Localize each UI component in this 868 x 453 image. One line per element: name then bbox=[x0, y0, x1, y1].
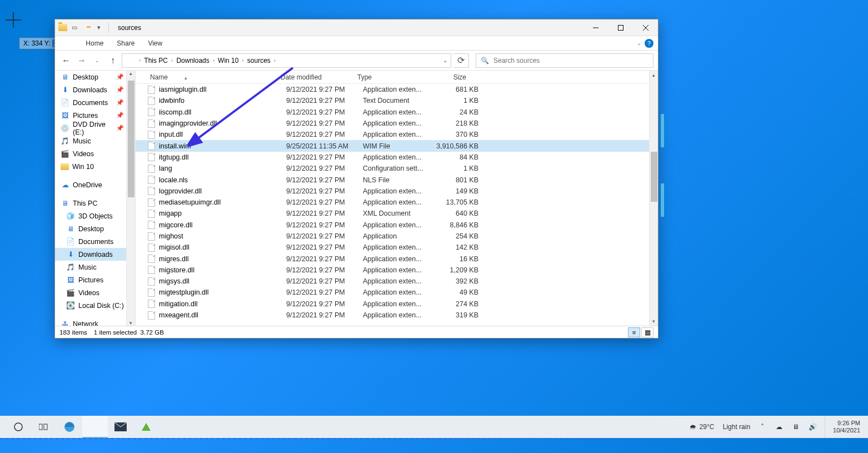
file-size: 142 KB bbox=[428, 243, 478, 251]
close-button[interactable] bbox=[633, 19, 658, 36]
file-date: 9/12/2021 9:27 PM bbox=[286, 165, 363, 172]
maximize-button[interactable] bbox=[608, 19, 633, 36]
nav-this-pc[interactable]: 🖥This PC bbox=[55, 197, 135, 210]
nav-pc-item[interactable]: ⬇Downloads bbox=[55, 248, 135, 261]
nav-quick-item[interactable]: 🎵Music bbox=[55, 135, 135, 147]
file-date: 9/12/2021 9:27 PM bbox=[286, 311, 363, 319]
status-selection: 1 item selected 3.72 GB bbox=[94, 329, 164, 336]
breadcrumb-item[interactable]: Downloads bbox=[175, 57, 210, 64]
folder-icon bbox=[58, 24, 67, 31]
file-icon bbox=[147, 142, 156, 151]
file-row[interactable]: itgtupg.dll 9/12/2021 9:27 PM Applicatio… bbox=[136, 152, 658, 163]
navigation-pane: 🖥Desktop📌⬇Downloads📌📄Documents📌🖼Pictures… bbox=[55, 71, 136, 326]
file-row[interactable]: iiscomp.dll 9/12/2021 9:27 PM Applicatio… bbox=[136, 107, 658, 118]
file-row[interactable]: migapp 9/12/2021 9:27 PM XML Document 64… bbox=[136, 208, 658, 219]
nav-pc-item[interactable]: 🎬Videos bbox=[55, 286, 135, 299]
file-row[interactable]: migsys.dll 9/12/2021 9:27 PM Application… bbox=[136, 276, 658, 287]
recent-locations-button[interactable]: ⌄ bbox=[91, 54, 104, 67]
nav-pc-item[interactable]: 🖥Desktop bbox=[55, 222, 135, 235]
taskbar-clock[interactable]: 9:26 PM10/4/2021 bbox=[833, 420, 862, 434]
titlebar[interactable]: ▭ ▾ sources bbox=[55, 19, 658, 36]
file-icon bbox=[147, 164, 156, 173]
nav-pc-item[interactable]: 🧊3D Objects bbox=[55, 210, 135, 222]
nav-quick-item[interactable]: 🖥Desktop📌 bbox=[55, 71, 135, 83]
file-name: mighost bbox=[159, 232, 286, 240]
file-row[interactable]: lang 9/12/2021 9:27 PM Configuration set… bbox=[136, 163, 658, 174]
file-row[interactable]: install.wim 9/25/2021 11:35 AM WIM File … bbox=[136, 140, 658, 151]
file-row[interactable]: mighost 9/12/2021 9:27 PM Application 25… bbox=[136, 231, 658, 242]
taskbar-explorer[interactable] bbox=[82, 416, 108, 438]
tray-overflow-icon[interactable]: ˄ bbox=[758, 422, 767, 431]
breadcrumb-item[interactable]: sources bbox=[246, 57, 272, 64]
file-row[interactable]: mediasetupuimgr.dll 9/12/2021 9:27 PM Ap… bbox=[136, 197, 658, 208]
tab-home[interactable]: Home bbox=[79, 36, 110, 50]
qat-properties-icon[interactable]: ▭ bbox=[69, 24, 79, 31]
nav-quick-item[interactable]: 📄Documents📌 bbox=[55, 96, 135, 109]
nav-pc-item[interactable]: 🖼Pictures bbox=[55, 273, 135, 286]
navpane-scrollbar[interactable]: ▴▾ bbox=[126, 71, 135, 326]
file-row[interactable]: migres.dll 9/12/2021 9:27 PM Application… bbox=[136, 253, 658, 264]
tab-share[interactable]: Share bbox=[110, 36, 141, 50]
tray-network-icon[interactable]: 🖥 bbox=[791, 422, 800, 431]
nav-quick-item[interactable]: ⬇Downloads📌 bbox=[55, 83, 135, 96]
file-icon bbox=[147, 288, 156, 297]
refresh-button[interactable]: ⟳ bbox=[453, 53, 469, 68]
taskbar-mail[interactable] bbox=[108, 416, 133, 438]
tab-view[interactable]: View bbox=[141, 36, 169, 50]
breadcrumb-item[interactable]: Win 10 bbox=[217, 57, 240, 64]
nav-pc-item[interactable]: 🎵Music bbox=[55, 261, 135, 273]
tray-onedrive-icon[interactable]: ☁ bbox=[775, 422, 784, 431]
nav-pc-item[interactable]: 💽Local Disk (C:) bbox=[55, 299, 135, 312]
file-date: 9/12/2021 9:27 PM bbox=[286, 120, 363, 127]
view-large-icons-button[interactable]: ▦ bbox=[641, 327, 654, 337]
search-box[interactable]: 🔍 bbox=[476, 53, 654, 68]
file-row[interactable]: logprovider.dll 9/12/2021 9:27 PM Applic… bbox=[136, 186, 658, 197]
file-row[interactable]: mitigation.dll 9/12/2021 9:27 PM Applica… bbox=[136, 298, 658, 310]
taskbar-app[interactable] bbox=[133, 416, 159, 438]
view-details-button[interactable]: ≡ bbox=[628, 327, 640, 337]
file-row[interactable]: mxeagent.dll 9/12/2021 9:27 PM Applicati… bbox=[136, 310, 658, 321]
file-row[interactable]: idwbinfo 9/12/2021 9:27 PM Text Document… bbox=[136, 95, 658, 106]
nav-onedrive[interactable]: ☁OneDrive bbox=[55, 178, 135, 191]
file-date: 9/12/2021 9:27 PM bbox=[286, 221, 363, 229]
file-size: 254 KB bbox=[428, 232, 478, 240]
file-row[interactable]: migisol.dll 9/12/2021 9:27 PM Applicatio… bbox=[136, 242, 658, 253]
ribbon-collapse-icon[interactable]: ⌄ bbox=[637, 40, 641, 46]
file-row[interactable]: imagingprovider.dll 9/12/2021 9:27 PM Ap… bbox=[136, 118, 658, 129]
nav-network[interactable]: 🖧Network bbox=[55, 317, 135, 326]
breadcrumb-item[interactable]: This PC bbox=[143, 57, 169, 64]
file-row[interactable]: migtestplugin.dll 9/12/2021 9:27 PM Appl… bbox=[136, 287, 658, 298]
nav-pc-item[interactable]: 📄Documents bbox=[55, 235, 135, 248]
start-button[interactable] bbox=[6, 416, 31, 438]
file-icon bbox=[147, 119, 156, 128]
file-row[interactable]: input.dll 9/12/2021 9:27 PM Application … bbox=[136, 129, 658, 140]
minimize-button[interactable] bbox=[583, 19, 608, 36]
forward-button[interactable]: → bbox=[75, 54, 88, 67]
tab-file[interactable]: File bbox=[55, 36, 79, 50]
task-view-button[interactable] bbox=[31, 416, 57, 438]
file-type: Application exten... bbox=[363, 187, 428, 195]
explorer-window: ▭ ▾ sources File Home Share View ⌄ ? ← →… bbox=[54, 19, 659, 338]
file-row[interactable]: migcore.dll 9/12/2021 9:27 PM Applicatio… bbox=[136, 220, 658, 231]
qat-dropdown-icon[interactable]: ▾ bbox=[94, 24, 104, 31]
up-button[interactable]: ↑ bbox=[106, 54, 119, 67]
file-row[interactable]: migstore.dll 9/12/2021 9:27 PM Applicati… bbox=[136, 265, 658, 276]
weather-icon[interactable]: 🌧29°C Light rain bbox=[690, 423, 751, 431]
nav-quick-item[interactable]: 🎬Videos bbox=[55, 147, 135, 160]
address-dropdown-icon[interactable]: ⌄ bbox=[440, 57, 451, 63]
tray-volume-icon[interactable]: 🔊 bbox=[808, 422, 817, 431]
address-bar[interactable]: › This PC › Downloads › Win 10 › sources… bbox=[122, 53, 451, 68]
nav-quick-item[interactable]: Win 10 bbox=[55, 160, 135, 173]
nav-label: Desktop bbox=[78, 225, 104, 233]
column-headers[interactable]: Name▴ Date modified Type Size bbox=[136, 71, 658, 84]
filelist-scrollbar[interactable]: ▴▾ bbox=[649, 71, 658, 326]
taskbar-edge[interactable] bbox=[57, 416, 82, 438]
nav-quick-item[interactable]: 💿DVD Drive (E:)📌 bbox=[55, 122, 135, 135]
taskbar[interactable]: 🌧29°C Light rain ˄ ☁ 🖥 🔊 9:26 PM10/4/202… bbox=[0, 416, 868, 438]
help-icon[interactable]: ? bbox=[645, 39, 654, 48]
search-input[interactable] bbox=[493, 57, 648, 64]
back-button[interactable]: ← bbox=[59, 54, 73, 67]
file-row[interactable]: locale.nls 9/12/2021 9:27 PM NLS File 80… bbox=[136, 174, 658, 185]
nav-label: 3D Objects bbox=[78, 212, 113, 220]
file-row[interactable]: iasmigplugin.dll 9/12/2021 9:27 PM Appli… bbox=[136, 84, 658, 95]
